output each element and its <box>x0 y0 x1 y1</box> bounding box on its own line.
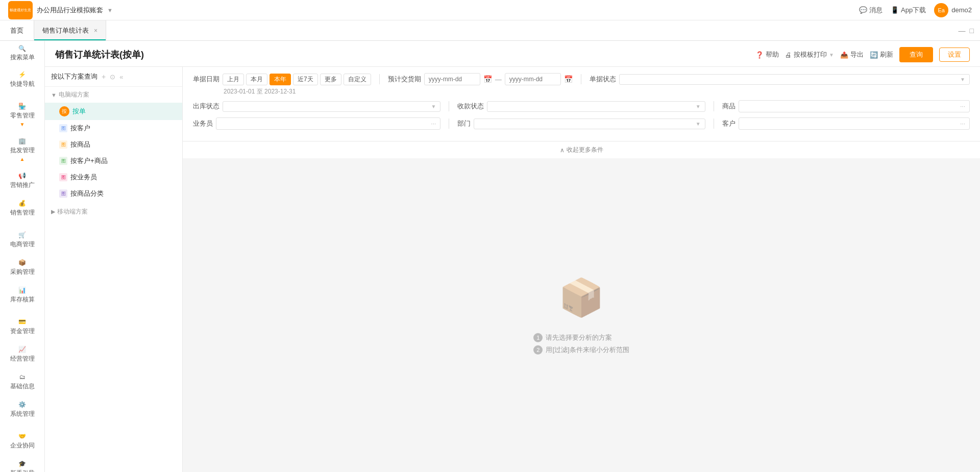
date-btn-custom[interactable]: 自定义 <box>344 74 371 85</box>
calendar-icon-start[interactable]: 📅 <box>483 75 492 83</box>
collectstatus-select[interactable]: ▼ <box>487 101 705 112</box>
tab-close-icon[interactable]: × <box>94 27 97 34</box>
sidebar-item-retail[interactable]: 🏪 零售管理 ▼ <box>0 98 44 132</box>
date-btn-thismonth[interactable]: 本月 <box>246 74 267 85</box>
sidebar-wholesale-label: 批发管理 <box>10 146 35 155</box>
sidebar-item-inventory[interactable]: 📊 库存核算 <box>0 281 44 309</box>
user-area[interactable]: Ea demo2 <box>934 3 972 17</box>
divider-v4 <box>714 101 714 111</box>
body-area: 按以下方案查询 + ⊙ « ▼ 电脑端方案 按 按单 图 按客户 <box>45 67 980 472</box>
filter-status-group: 单据状态 ▼ <box>590 74 970 85</box>
tree-item-bycategory[interactable]: 图 按商品分类 <box>45 185 182 202</box>
refresh-button[interactable]: 🔄 刷新 <box>870 50 893 59</box>
filter-row-2: 出库状态 ▼ 收款状态 ▼ <box>193 100 970 112</box>
export-label: 导出 <box>850 50 864 59</box>
username-label: demo2 <box>951 6 972 14</box>
filter-goods-group: 商品 ··· <box>722 100 970 112</box>
dept-select[interactable]: ▼ <box>474 119 705 129</box>
sidebar-item-quicknav[interactable]: ⚡ 快捷导航 <box>0 66 44 93</box>
query-button[interactable]: 查询 <box>899 47 933 62</box>
purchase-icon: 📦 <box>18 259 26 266</box>
tree-mobile-expand-icon[interactable]: ▶ <box>51 208 55 215</box>
collapse-bar[interactable]: ∧ 收起更多条件 <box>183 141 980 158</box>
app-icon: 📱 <box>891 6 899 14</box>
filter-dept-group: 部门 ▼ <box>457 119 705 129</box>
sidebar-item-ecommerce[interactable]: 🛒 电商管理 <box>0 226 44 254</box>
expected-date-end[interactable] <box>505 73 561 85</box>
add-scheme-icon[interactable]: + <box>102 73 106 81</box>
sidebar-item-search[interactable]: 🔍 搜索菜单 <box>0 41 44 66</box>
message-label: 消息 <box>869 6 883 15</box>
salesperson-select[interactable]: ··· <box>216 117 440 130</box>
newuser-icon: 🎓 <box>18 460 26 467</box>
filter-expected-date-group: 预计交货期 📅 — 📅 <box>388 73 573 85</box>
sidebar-marketing-label: 营销推广 <box>10 181 35 190</box>
sidebar-item-system[interactable]: ⚙️ 系统管理 <box>0 396 44 423</box>
goods-label: 商品 <box>722 102 736 111</box>
title-dropdown-icon[interactable]: ▼ <box>107 7 113 13</box>
dept-label: 部门 <box>457 119 471 128</box>
export-button[interactable]: 📤 导出 <box>840 50 864 59</box>
finance-icon: 💳 <box>18 318 26 325</box>
sidebar-item-wholesale[interactable]: 🏢 批发管理 ▲ <box>0 132 44 167</box>
calendar-icon-end[interactable]: 📅 <box>564 75 573 83</box>
tip2-num: 2 <box>533 345 543 355</box>
outstatus-select[interactable]: ▼ <box>223 101 440 112</box>
collapse-filter-icon[interactable]: « <box>119 73 123 81</box>
empty-tip-1: 1 请先选择要分析的方案 <box>533 333 629 342</box>
tree-item-bygoods[interactable]: 图 按商品 <box>45 136 182 153</box>
date-label: 单据日期 <box>193 75 219 84</box>
goods-select[interactable]: ··· <box>739 100 970 112</box>
sidebar-system-label: 系统管理 <box>10 410 35 418</box>
sidebar-item-operations[interactable]: 📈 经营管理 <box>0 341 44 368</box>
sidebar-retail-label: 零售管理 <box>10 111 35 120</box>
sidebar-item-enterprise[interactable]: 🤝 企业协同 <box>0 428 44 455</box>
status-select[interactable]: ▼ <box>619 74 970 85</box>
edit-scheme-icon[interactable]: ⊙ <box>110 73 115 81</box>
sidebar-item-sales[interactable]: 💰 销售管理 <box>0 195 44 222</box>
date-btn-lastmonth[interactable]: 上月 <box>223 74 244 85</box>
marketing-icon: 📢 <box>18 172 26 179</box>
topbar-right: 💬 消息 📱 App下载 Ea demo2 <box>859 3 972 17</box>
setting-button[interactable]: 设置 <box>939 48 970 62</box>
tabbar: 首页 销售订单统计表 × — □ <box>0 20 980 41</box>
date-btn-thisyear[interactable]: 本年 <box>270 74 291 85</box>
tip1-text: 请先选择要分析的方案 <box>546 333 612 342</box>
expected-date-start[interactable] <box>424 73 480 85</box>
filter-date-group: 单据日期 上月 本月 本年 近7天 更多 自定义 <box>193 74 371 85</box>
sidebar-item-newuser[interactable]: 🎓 新手引导 <box>0 455 44 472</box>
tree-item-bycategory-label: 按商品分类 <box>70 189 104 198</box>
tree-item-bycustomergoods[interactable]: 图 按客户+商品 <box>45 153 182 169</box>
divider-v1 <box>379 74 380 84</box>
collectstatus-dropdown-icon: ▼ <box>696 104 701 109</box>
tree-section-mobile: ▶ 移动端方案 <box>45 204 182 220</box>
help-button[interactable]: ❓ 帮助 <box>755 50 779 59</box>
tree-item-bycustomer[interactable]: 图 按客户 <box>45 120 182 136</box>
sidebar-item-basic[interactable]: 🗂 基础信息 <box>0 368 44 396</box>
sidebar-item-purchase[interactable]: 📦 采购管理 <box>0 254 44 281</box>
date-btn-7days[interactable]: 近7天 <box>293 74 318 85</box>
left-filter-panel: 按以下方案查询 + ⊙ « ▼ 电脑端方案 按 按单 图 按客户 <box>45 67 183 472</box>
tab-maximize-icon[interactable]: □ <box>970 27 974 35</box>
tree-section-expand-icon[interactable]: ▼ <box>51 92 57 98</box>
print-dropdown-icon: ▼ <box>829 52 834 58</box>
sidebar-item-marketing[interactable]: 📢 营销推广 <box>0 167 44 195</box>
search-icon: 🔍 <box>18 45 26 52</box>
message-button[interactable]: 💬 消息 <box>859 6 883 15</box>
tab-home[interactable]: 首页 <box>0 20 34 40</box>
print-button[interactable]: 🖨 按模板打印 ▼ <box>785 50 834 59</box>
tab-minimize-icon[interactable]: — <box>959 27 966 35</box>
tree-item-bycustomergoods-label: 按客户+商品 <box>70 156 108 166</box>
empty-illustration: 📦 <box>551 276 612 327</box>
date-btn-more[interactable]: 更多 <box>320 74 341 85</box>
divider-v5 <box>449 119 449 129</box>
tree-item-byorder[interactable]: 按 按单 <box>45 103 182 120</box>
inventory-icon: 📊 <box>18 287 26 294</box>
app-download-button[interactable]: 📱 App下载 <box>891 6 926 15</box>
outstatus-dropdown-icon: ▼ <box>431 104 436 109</box>
bysalesperson-icon: 图 <box>59 173 67 181</box>
tree-item-bysalesperson[interactable]: 图 按业务员 <box>45 169 182 185</box>
customer-select[interactable]: ··· <box>739 117 970 130</box>
sidebar-item-finance[interactable]: 💳 资金管理 <box>0 313 44 341</box>
tab-sales-order[interactable]: 销售订单统计表 × <box>34 20 106 40</box>
